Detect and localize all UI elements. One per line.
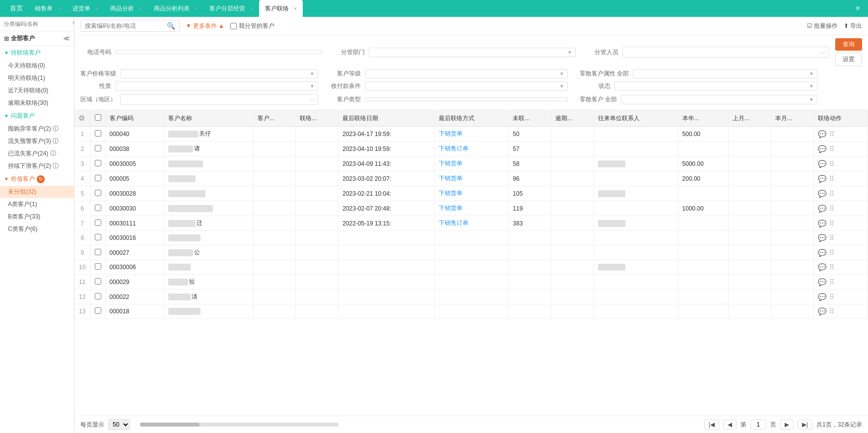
more-conditions-btn[interactable]: ▼ 更多条件 ▲ [186, 22, 224, 30]
grid-action-icon[interactable]: ⠿ [829, 205, 834, 213]
grid-action-icon[interactable]: ⠿ [829, 190, 834, 198]
last-page-btn[interactable]: ▶| [798, 420, 812, 430]
tab-product-analysis-list[interactable]: 商品分析列表 × [148, 0, 203, 17]
sidebar-item-class-a[interactable]: A类客户(1) [0, 198, 74, 211]
sidebar-all-customers[interactable]: ⊞ 全部客户 ≪ [0, 31, 74, 46]
chat-icon[interactable]: 💬 [818, 145, 826, 153]
contact-way-link[interactable]: 下销货单 [439, 205, 463, 212]
contact-way-link[interactable]: 下销货单 [439, 160, 463, 167]
filter-nature-input[interactable]: ▼ [115, 81, 318, 91]
filter-customer-type-input[interactable] [365, 97, 568, 101]
grid-action-icon[interactable]: ⠿ [829, 249, 834, 257]
reset-btn[interactable]: 设置 [835, 53, 862, 66]
grid-action-icon[interactable]: ⠿ [829, 307, 834, 315]
chat-icon[interactable]: 💬 [818, 249, 826, 257]
close-sales-tab-icon[interactable]: × [58, 5, 61, 11]
sidebar-collapse-icon[interactable]: ≪ [63, 35, 70, 42]
chat-icon[interactable]: 💬 [818, 278, 826, 286]
sidebar-search-box[interactable]: 🔍 [0, 17, 74, 31]
row-checkbox[interactable] [95, 249, 101, 255]
filter-dept-input[interactable]: ▼ [369, 48, 576, 57]
row-checkbox[interactable] [95, 293, 101, 299]
query-btn[interactable]: 查询 [835, 38, 862, 51]
filter-price-level-input[interactable]: ▼ [120, 69, 318, 78]
chat-icon[interactable]: 💬 [818, 130, 826, 138]
export-btn[interactable]: ⬆ 导出 [844, 22, 862, 30]
filter-person-input[interactable]: ··· [622, 47, 829, 58]
filter-status-input[interactable]: ▼ [614, 81, 817, 91]
row-checkbox[interactable] [95, 145, 101, 151]
tab-product-analysis[interactable]: 商品分析 × [104, 0, 148, 17]
tab-sales[interactable]: 销售单 × [29, 0, 67, 17]
page-input[interactable] [750, 420, 766, 430]
sidebar-item-abnormal[interactable]: 囤购异常客户(2) ⓘ [0, 123, 74, 135]
sidebar-item-7days[interactable]: 近7天待联络(0) [0, 84, 74, 97]
contact-way-link[interactable]: 下销货单 [439, 175, 463, 182]
chat-icon[interactable]: 💬 [818, 263, 826, 271]
close-purchase-tab-icon[interactable]: × [95, 5, 98, 11]
sidebar-item-lost[interactable]: 已流失客户(24) ⓘ [0, 147, 74, 160]
sidebar-item-attrisk[interactable]: 流失预警客户(3) ⓘ [0, 135, 74, 147]
sidebar-item-overdue[interactable]: 逾期未联络(30) [0, 97, 74, 109]
row-checkbox[interactable] [95, 205, 101, 211]
grid-action-icon[interactable]: ⠿ [829, 219, 834, 227]
sidebar-item-class-c[interactable]: C类客户(6) [0, 223, 74, 235]
contact-way-link[interactable]: 下销货单 [439, 130, 463, 137]
filter-retail-attr-input[interactable]: ▼ [633, 69, 817, 78]
per-page-select[interactable]: 50 [108, 419, 130, 430]
filter-payment-input[interactable]: ▼ [365, 81, 568, 91]
close-product-analysis-tab-icon[interactable]: × [139, 5, 142, 11]
tab-purchase[interactable]: 进货单 × [67, 0, 104, 17]
grid-action-icon[interactable]: ⠿ [829, 263, 834, 271]
chat-icon[interactable]: 💬 [818, 160, 826, 168]
chat-icon[interactable]: 💬 [818, 293, 826, 301]
sidebar-item-declining[interactable]: 持续下滑客户(2) ⓘ [0, 160, 74, 172]
grid-action-icon[interactable]: ⠿ [829, 278, 834, 286]
row-checkbox[interactable] [95, 278, 101, 285]
my-customers-checkbox[interactable]: 我分管的客户 [230, 22, 274, 30]
sidebar-section-problem[interactable]: ▼ 问题客户 [0, 109, 74, 123]
row-checkbox[interactable] [95, 160, 101, 166]
row-checkbox[interactable] [95, 234, 101, 240]
contact-way-link[interactable]: 下销售订单 [439, 145, 468, 152]
grid-action-icon[interactable]: ⠿ [829, 175, 834, 183]
grid-action-icon[interactable]: ⠿ [829, 234, 834, 242]
row-checkbox[interactable] [95, 263, 101, 270]
chat-icon[interactable]: 💬 [818, 219, 826, 227]
sidebar-item-class-b[interactable]: B类客户(33) [0, 211, 74, 223]
window-close-icon[interactable]: × [852, 4, 864, 13]
grid-action-icon[interactable]: ⠿ [829, 160, 834, 168]
home-tab[interactable]: 首页 [4, 4, 29, 13]
close-customer-segment-tab-icon[interactable]: × [250, 5, 253, 11]
row-checkbox[interactable] [95, 219, 101, 226]
filter-phone-input[interactable] [115, 50, 322, 54]
th-gear[interactable]: ⚙ [74, 110, 90, 127]
prev-page-btn[interactable]: ◀ [723, 420, 736, 430]
sidebar-item-unclassified[interactable]: 未分组(32) [0, 186, 74, 198]
first-page-btn[interactable]: |◀ [704, 420, 719, 430]
my-customers-check[interactable] [230, 23, 237, 29]
filter-retail-customer-input[interactable]: ▼ [621, 95, 817, 104]
grid-action-icon[interactable]: ⠿ [829, 293, 834, 301]
sidebar-search-input[interactable] [4, 21, 72, 27]
row-checkbox[interactable] [95, 307, 101, 314]
grid-action-icon[interactable]: ⠿ [829, 130, 834, 138]
tab-customer-segment[interactable]: 客户分层经营 × [203, 0, 259, 17]
filter-search-box[interactable]: 🔍 [80, 20, 180, 32]
close-customer-contact-tab-icon[interactable]: × [294, 5, 297, 11]
chat-icon[interactable]: 💬 [818, 234, 826, 242]
contact-way-link[interactable]: 下销货单 [439, 190, 463, 197]
filter-search-input[interactable] [85, 22, 167, 29]
row-checkbox[interactable] [95, 175, 101, 181]
filter-region-input[interactable]: ··· [120, 94, 318, 105]
chat-icon[interactable]: 💬 [818, 190, 826, 198]
filter-search-icon[interactable]: 🔍 [167, 22, 175, 30]
row-checkbox[interactable] [95, 130, 101, 137]
close-product-analysis-list-tab-icon[interactable]: × [195, 5, 198, 11]
sidebar-item-tomorrow[interactable]: 明天待联络(1) [0, 72, 74, 84]
select-all-checkbox[interactable] [95, 114, 101, 121]
chat-icon[interactable]: 💬 [818, 205, 826, 213]
grid-action-icon[interactable]: ⠿ [829, 145, 834, 153]
chat-icon[interactable]: 💬 [818, 307, 826, 315]
row-checkbox[interactable] [95, 190, 101, 196]
